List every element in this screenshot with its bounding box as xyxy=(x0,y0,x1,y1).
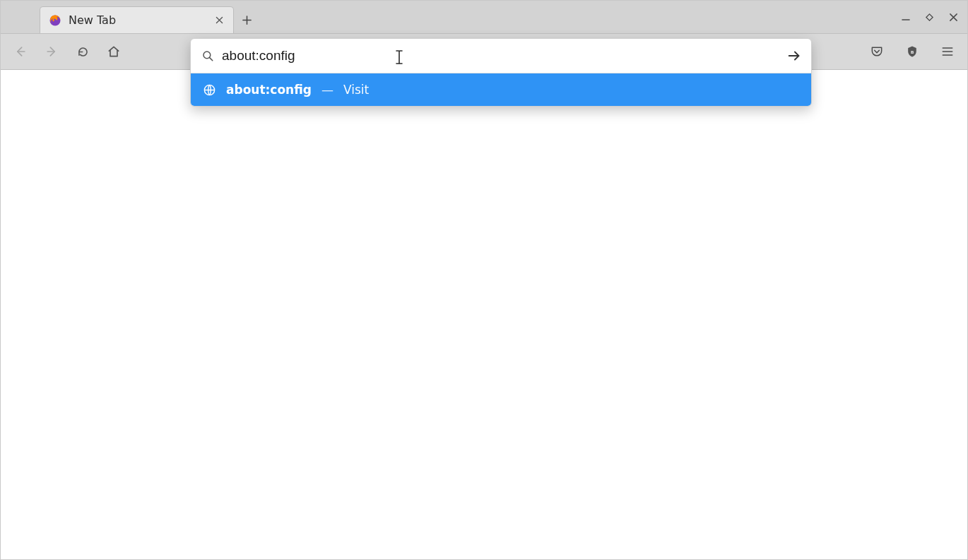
tab-new-tab[interactable]: New Tab xyxy=(40,6,234,33)
forward-button[interactable] xyxy=(39,39,64,64)
maximize-button[interactable] xyxy=(925,13,938,22)
close-window-button[interactable] xyxy=(949,13,962,22)
suggestion-text: about:config xyxy=(226,83,312,97)
urlbar-suggestion[interactable]: about:config — Visit xyxy=(191,73,811,106)
browser-window: New Tab xyxy=(0,0,968,560)
tab-title: New Tab xyxy=(69,13,205,27)
urlbar-input[interactable] xyxy=(222,48,777,64)
go-button[interactable] xyxy=(784,46,804,66)
tab-strip: New Tab xyxy=(1,1,967,33)
back-button[interactable] xyxy=(8,39,33,64)
search-icon xyxy=(201,49,215,63)
reload-button[interactable] xyxy=(70,39,95,64)
urlbar-input-row xyxy=(191,39,811,73)
urlbar-container: about:config — Visit xyxy=(190,38,812,107)
new-tab-button[interactable] xyxy=(234,6,259,33)
suggestion-separator: — xyxy=(321,83,334,97)
extension-shield-button[interactable]: ʙ xyxy=(899,39,925,64)
tab-close-button[interactable] xyxy=(212,13,226,28)
navigation-toolbar: about:config — Visit ʙ xyxy=(1,33,967,70)
firefox-icon xyxy=(49,14,61,27)
svg-text:ʙ: ʙ xyxy=(911,49,914,55)
urlbar-panel: about:config — Visit xyxy=(190,38,812,107)
app-menu-button[interactable] xyxy=(935,39,960,64)
window-controls xyxy=(901,1,962,33)
home-button[interactable] xyxy=(101,39,126,64)
toolbar-right-icons: ʙ xyxy=(864,39,960,64)
globe-icon xyxy=(202,83,216,97)
minimize-button[interactable] xyxy=(901,12,914,22)
suggestion-action: Visit xyxy=(343,83,369,97)
content-area xyxy=(1,70,967,559)
pocket-button[interactable] xyxy=(864,39,890,64)
